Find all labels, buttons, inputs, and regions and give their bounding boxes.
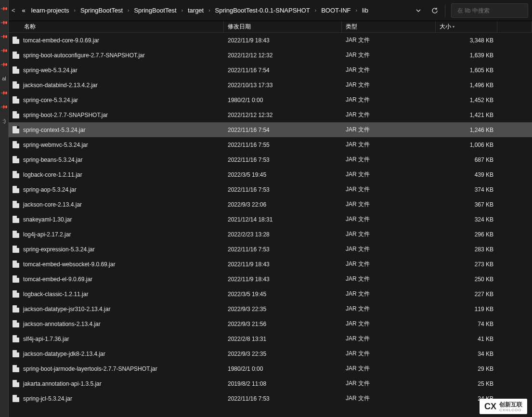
breadcrumb-item[interactable]: SpringBootTest	[132, 6, 178, 15]
file-name: slf4j-api-1.7.36.jar	[23, 336, 69, 342]
file-type: JAR 文件	[342, 394, 436, 403]
breadcrumb-item[interactable]: SpringBootTest	[78, 6, 125, 15]
table-row[interactable]: jackson-core-2.13.4.jar2022/9/3 22:06JAR…	[9, 197, 532, 212]
table-row[interactable]: spring-aop-5.3.24.jar2022/11/16 7:53JAR …	[9, 182, 532, 197]
table-row[interactable]: spring-webmvc-5.3.24.jar2022/11/16 7:55J…	[9, 137, 532, 152]
file-type: JAR 文件	[342, 365, 436, 373]
breadcrumb-item[interactable]: target	[186, 6, 206, 15]
file-date: 2022/2/8 13:31	[224, 336, 342, 342]
column-header-size[interactable]: 大小 ▾	[436, 21, 497, 32]
file-name: spring-context-5.3.24.jar	[23, 127, 85, 133]
table-row[interactable]: tomcat-embed-el-9.0.69.jar2022/11/9 18:4…	[9, 272, 532, 287]
file-type: JAR 文件	[342, 215, 436, 223]
breadcrumb-item[interactable]: lib	[360, 6, 370, 15]
pin-icon[interactable]: 📌	[0, 89, 8, 96]
table-row[interactable]: spring-boot-autoconfigure-2.7.7-SNAPSHOT…	[9, 48, 532, 63]
file-icon	[13, 96, 19, 104]
column-header-date[interactable]: 修改日期	[224, 21, 342, 32]
breadcrumb-prefix[interactable]: «	[20, 6, 27, 15]
pin-icon[interactable]: 📌	[0, 60, 8, 68]
table-row[interactable]: spring-web-5.3.24.jar2022/11/16 7:54JAR …	[9, 63, 532, 78]
file-type: JAR 文件	[342, 51, 436, 59]
file-type: JAR 文件	[342, 200, 436, 208]
table-row[interactable]: logback-classic-1.2.11.jar2022/3/5 19:45…	[9, 287, 532, 301]
search-input[interactable]	[457, 7, 530, 14]
column-header-type[interactable]: 类型	[342, 21, 436, 32]
table-row[interactable]: snakeyaml-1.30.jar2021/12/14 18:31JAR 文件…	[9, 212, 532, 227]
nav-back-icon[interactable]: <	[9, 7, 18, 14]
pin-icon[interactable]: 📌	[0, 103, 8, 110]
breadcrumb-item[interactable]: SpringBootTest-0.0.1-SNAPSHOT	[213, 6, 312, 15]
file-name: spring-core-5.3.24.jar	[23, 97, 78, 104]
table-row[interactable]: jackson-datatype-jdk8-2.13.4.jar2022/9/3…	[9, 346, 532, 361]
table-row[interactable]: jackson-annotations-2.13.4.jar2022/9/3 2…	[9, 316, 532, 331]
table-row[interactable]: logback-core-1.2.11.jar2022/3/5 19:45JAR…	[9, 167, 532, 182]
refresh-icon[interactable]	[428, 4, 441, 17]
file-icon	[13, 350, 19, 357]
table-row[interactable]: spring-jcl-5.3.24.jar2022/11/16 7:53JAR …	[9, 391, 532, 406]
table-row[interactable]: jackson-datatype-jsr310-2.13.4.jar2022/9…	[9, 301, 532, 316]
table-row[interactable]: spring-context-5.3.24.jar2022/11/16 7:54…	[9, 122, 532, 137]
watermark: CX 创新互联 CXHLCOO	[480, 399, 527, 414]
chevron-right-icon: ›	[127, 8, 130, 13]
breadcrumb-item[interactable]: learn-projects	[29, 6, 71, 15]
pin-icon[interactable]: 📌	[0, 18, 8, 26]
file-size: 74 KB	[436, 321, 497, 327]
table-row[interactable]: spring-expression-5.3.24.jar2022/11/16 7…	[9, 242, 532, 257]
table-row[interactable]: jackson-databind-2.13.4.2.jar2022/10/13 …	[9, 78, 532, 92]
file-icon	[13, 246, 19, 253]
file-size: 439 KB	[436, 171, 497, 178]
file-date: 2022/9/3 22:06	[224, 201, 342, 208]
search-box[interactable]	[451, 3, 528, 18]
column-header-name[interactable]: 名称	[9, 21, 224, 32]
table-row[interactable]: tomcat-embed-core-9.0.69.jar2022/11/9 18…	[9, 33, 532, 48]
file-type: JAR 文件	[342, 170, 436, 179]
sort-down-icon: ▾	[453, 25, 454, 29]
chevron-right-icon: ›	[355, 8, 358, 13]
file-date: 2022/9/3 22:35	[224, 306, 342, 313]
file-size: 3,348 KB	[436, 37, 497, 44]
file-date: 2022/11/16 7:55	[224, 142, 342, 148]
file-type: JAR 文件	[342, 245, 436, 253]
table-row[interactable]: tomcat-embed-websocket-9.0.69.jar2022/11…	[9, 257, 532, 272]
table-row[interactable]: spring-boot-2.7.7-SNAPSHOT.jar2022/12/12…	[9, 107, 532, 122]
file-date: 1980/2/1 0:00	[224, 97, 342, 104]
history-dropdown-icon[interactable]	[412, 4, 425, 17]
file-date: 2022/11/16 7:53	[224, 186, 342, 193]
table-row[interactable]: spring-core-5.3.24.jar1980/2/1 0:00JAR 文…	[9, 92, 532, 107]
table-row[interactable]: spring-boot-jarmode-layertools-2.7.7-SNA…	[9, 361, 532, 376]
file-date: 2022/12/12 12:32	[224, 52, 342, 59]
file-name: logback-classic-1.2.11.jar	[23, 291, 88, 298]
pin-icon[interactable]: 📌	[0, 4, 8, 12]
pin-icon[interactable]: 📌	[0, 46, 8, 54]
file-size: 283 KB	[436, 246, 497, 253]
file-icon	[13, 52, 19, 59]
file-icon	[13, 365, 19, 372]
table-row[interactable]: spring-beans-5.3.24.jar2022/11/16 7:53JA…	[9, 152, 532, 167]
file-type: JAR 文件	[342, 350, 436, 358]
file-size: 25 KB	[436, 380, 497, 387]
table-row[interactable]: jakarta.annotation-api-1.3.5.jar2019/8/2…	[9, 376, 532, 391]
left-rail: 📌 📌 📌 📌 📌 al 📌 📌 :)	[0, 0, 9, 417]
table-row[interactable]: slf4j-api-1.7.36.jar2022/2/8 13:31JAR 文件…	[9, 331, 532, 346]
column-header-extra[interactable]	[497, 21, 532, 32]
table-row[interactable]: log4j-api-2.17.2.jar2022/2/23 13:28JAR 文…	[9, 227, 532, 242]
pin-icon[interactable]: 📌	[0, 32, 8, 40]
breadcrumb-item[interactable]: BOOT-INF	[319, 6, 352, 15]
file-date: 2022/11/16 7:54	[224, 67, 342, 74]
file-size: 273 KB	[436, 261, 497, 268]
file-name: spring-web-5.3.24.jar	[23, 67, 78, 74]
file-date: 2022/3/5 19:45	[224, 171, 342, 178]
file-name: spring-boot-autoconfigure-2.7.7-SNAPSHOT…	[23, 52, 145, 59]
watermark-sub: CXHLCOO	[499, 408, 522, 412]
file-size: 1,605 KB	[436, 67, 497, 74]
file-icon	[13, 261, 19, 268]
file-name: spring-boot-jarmode-layertools-2.7.7-SNA…	[23, 365, 157, 372]
file-icon	[13, 81, 19, 89]
file-type: JAR 文件	[342, 126, 436, 134]
file-date: 2022/11/16 7:53	[224, 395, 342, 402]
file-name: jackson-core-2.13.4.jar	[23, 201, 82, 208]
file-size: 1,006 KB	[436, 142, 497, 148]
file-type: JAR 文件	[342, 290, 436, 298]
file-list: tomcat-embed-core-9.0.69.jar2022/11/9 18…	[9, 33, 532, 417]
